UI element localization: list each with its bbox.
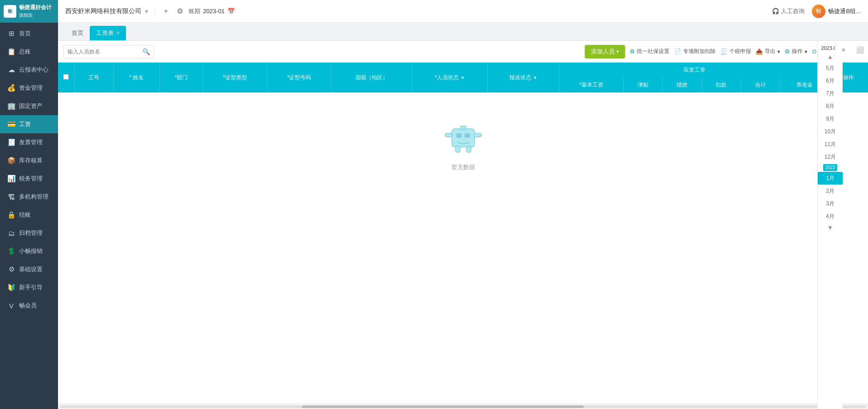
month-item-4[interactable]: 4月 — [818, 210, 843, 223]
select-all-checkbox[interactable] — [63, 74, 69, 80]
month-item-1[interactable]: 1月 — [818, 172, 843, 185]
tab-payroll[interactable]: 工资表 × — [90, 26, 126, 40]
company-selector[interactable]: 西安虾米网络科技有限公司 ▼ — [65, 7, 149, 15]
sidebar-item-cloud-report[interactable]: ☁云报表中心 — [0, 61, 58, 79]
sidebar-item-archive[interactable]: 🗂归档管理 — [0, 224, 58, 242]
sidebar-icon-member: V — [7, 302, 15, 310]
month-panel: 2023.01 ▲ 5月 6月 7月 8月 9月 10月 11月 12月 202… — [817, 41, 843, 409]
topbar-add-button[interactable]: ＋ — [160, 6, 171, 17]
sidebar-item-expense[interactable]: 💲小畅报销 — [0, 242, 58, 260]
table-header-row1: 工号 * 姓名 *部门 *证型类型 *证型号码 国籍（地区） *人员状态 ▼ 报… — [58, 63, 868, 78]
sidebar-item-settings[interactable]: ⚙基础设置 — [0, 260, 58, 278]
svg-rect-1 — [456, 133, 462, 138]
month-item-11[interactable]: 11月 — [818, 138, 843, 151]
table-wrap[interactable]: 工号 * 姓名 *部门 *证型类型 *证型号码 国籍（地区） *人员状态 ▼ 报… — [58, 63, 868, 404]
month-item-8[interactable]: 8月 — [818, 100, 843, 112]
sidebar-label-payroll: 工资 — [19, 120, 31, 128]
report-filter-icon[interactable]: ▼ — [533, 75, 538, 80]
topbar-settings-icon[interactable]: ⚙ — [177, 7, 183, 15]
calendar-icon[interactable]: 📅 — [228, 8, 235, 15]
export-label: 导出 — [765, 48, 776, 55]
operate-action[interactable]: ⚙ 操作 ▾ — [785, 48, 807, 55]
user-name: 畅捷通B组... — [828, 7, 861, 15]
close-button[interactable]: × — [835, 41, 852, 59]
special-deduct-label: 专项附加扣除 — [683, 48, 716, 55]
sidebar-icon-tax: 📊 — [7, 175, 15, 183]
svg-rect-6 — [474, 133, 481, 137]
sidebar-label-close: 结账 — [19, 211, 31, 219]
search-icon: 🔍 — [142, 48, 150, 55]
tab-payroll-label: 工资表 — [96, 29, 114, 37]
support-label: 人工咨询 — [781, 7, 805, 15]
social-security-icon: ⚙ — [630, 48, 635, 55]
status-filter-icon[interactable]: ▼ — [461, 75, 465, 80]
tab-home-label: 首页 — [72, 29, 83, 37]
sidebar-item-close[interactable]: 🔒结账 — [0, 206, 58, 224]
export-icon: 📤 — [756, 48, 763, 55]
operate-arrow: ▾ — [805, 49, 807, 55]
period-label: 账期 — [189, 7, 200, 15]
topbar-right: 🎧 人工咨询 畅 畅捷通B组... — [772, 5, 861, 18]
personal-tax-icon: 🧾 — [720, 48, 727, 55]
sidebar-icon-cloud-report: ☁ — [7, 66, 15, 74]
sidebar-icon-ledger: 📋 — [7, 48, 15, 56]
sidebar-item-invoice[interactable]: 🧾发票管理 — [0, 133, 58, 151]
th-dept: *部门 — [160, 63, 203, 93]
month-item-10[interactable]: 10月 — [818, 125, 843, 138]
search-wrap[interactable]: 🔍 — [63, 45, 154, 58]
sidebar-item-tax[interactable]: 📊税务管理 — [0, 170, 58, 188]
month-item-7[interactable]: 7月 — [818, 87, 843, 100]
sidebar-icon-close: 🔒 — [7, 211, 15, 219]
personal-tax-action[interactable]: 🧾 个税申报 — [720, 48, 751, 55]
special-deduct-action[interactable]: 📄 专项附加扣除 — [674, 48, 716, 55]
th-checkbox[interactable] — [58, 63, 74, 93]
month-item-12[interactable]: 12月 — [818, 151, 843, 163]
maximize-button[interactable]: ⬜ — [852, 41, 868, 59]
month-item-2[interactable]: 2月 — [818, 185, 843, 197]
sidebar-icon-inventory: 📦 — [7, 156, 15, 165]
month-item-5[interactable]: 5月 — [818, 62, 843, 74]
add-person-dropdown-icon: ▾ — [616, 49, 619, 54]
operate-icon: ⚙ — [785, 48, 790, 55]
export-action[interactable]: 📤 导出 ▾ — [756, 48, 780, 55]
month-next-button[interactable]: ▼ — [818, 223, 843, 233]
sidebar-item-ledger[interactable]: 📋总账 — [0, 43, 58, 61]
scrollbar-track — [60, 405, 866, 408]
company-name: 西安虾米网络科技有限公司 — [65, 7, 141, 15]
svg-rect-8 — [466, 146, 471, 152]
social-security-action[interactable]: ⚙ 统一社保设置 — [630, 48, 669, 55]
user-menu[interactable]: 畅 畅捷通B组... — [812, 5, 861, 18]
svg-rect-2 — [465, 133, 470, 138]
topbar-period: 账期 2023-01 📅 — [189, 7, 235, 15]
sidebar-item-fund[interactable]: 💰资金管理 — [0, 79, 58, 97]
th-name: * 姓名 — [113, 63, 160, 93]
sidebar-icon-fund: 💰 — [7, 84, 15, 92]
sidebar-item-guide[interactable]: 🔰新手引导 — [0, 278, 58, 297]
sidebar-item-home[interactable]: ⊞首页 — [0, 24, 58, 43]
empty-icon — [441, 120, 486, 156]
sidebar-icon-payroll: 💳 — [7, 120, 15, 128]
topbar-divider-1 — [155, 7, 155, 16]
tabbar: 首页 工资表 × — [58, 23, 868, 41]
month-item-3[interactable]: 3月 — [818, 197, 843, 210]
tab-home[interactable]: 首页 — [65, 26, 90, 40]
empty-state: 暂无数据 — [58, 93, 868, 199]
sidebar-item-multi-org[interactable]: 🏗多机构管理 — [0, 188, 58, 206]
sidebar-label-archive: 归档管理 — [19, 229, 43, 237]
sidebar-item-inventory[interactable]: 📦库存核算 — [0, 151, 58, 170]
sidebar-item-member[interactable]: V畅会员 — [0, 297, 58, 315]
th-nationality: 国籍（地区） — [331, 63, 412, 93]
tab-payroll-close[interactable]: × — [116, 30, 120, 36]
toolbar: 🔍 添加人员 ▾ ⚙ 统一社保设置 📄 专项附加扣除 — [58, 41, 868, 63]
add-person-button[interactable]: 添加人员 ▾ — [585, 45, 625, 58]
support-button[interactable]: 🎧 人工咨询 — [772, 7, 805, 15]
search-input[interactable] — [68, 49, 142, 55]
sidebar-item-payroll[interactable]: 💳工资 — [0, 115, 58, 133]
month-item-6[interactable]: 6月 — [818, 74, 843, 87]
sidebar-item-fixed-assets[interactable]: 🏢固定资产 — [0, 97, 58, 115]
month-item-9[interactable]: 9月 — [818, 112, 843, 125]
company-dropdown-icon: ▼ — [144, 9, 149, 14]
sidebar-icon-expense: 💲 — [7, 247, 15, 255]
table-scrollbar[interactable] — [58, 404, 868, 409]
th-payroll-group: 应发工资 — [559, 63, 829, 78]
